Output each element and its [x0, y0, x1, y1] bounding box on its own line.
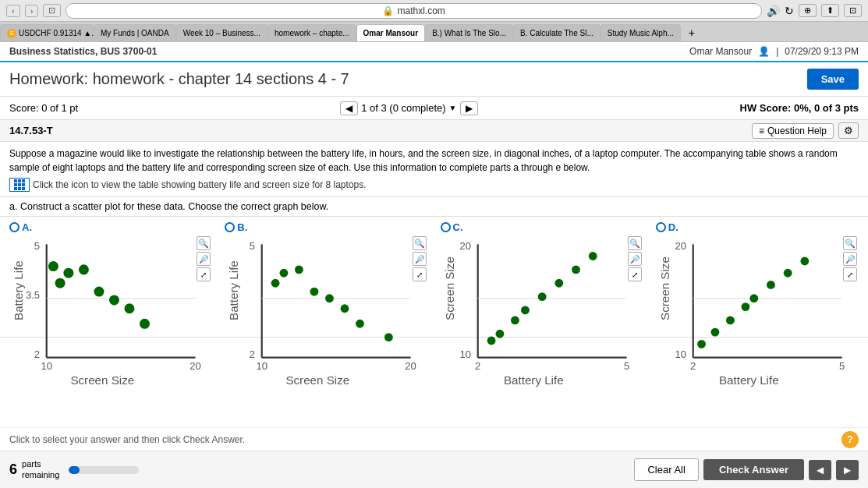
- radio-b[interactable]: B.: [225, 221, 247, 233]
- tab-week10-label: Week 10 – Business...: [183, 29, 260, 37]
- radio-circle-a: [9, 222, 19, 232]
- refresh-button[interactable]: ↻: [785, 5, 794, 17]
- audio-button[interactable]: 🔊: [767, 5, 780, 17]
- tab-week10[interactable]: Week 10 – Business...: [176, 24, 267, 41]
- tab-bar: S USDCHF 0.91314 ▲... My Funds | OANDA W…: [0, 22, 868, 42]
- hw-title: Homework: homework - chapter 14 sections…: [9, 70, 349, 88]
- tab-calculate-b[interactable]: B. Calculate The Sl...: [513, 24, 601, 41]
- svg-point-67: [697, 340, 706, 348]
- zoom-out-b[interactable]: 🔎: [413, 252, 427, 266]
- forward-button[interactable]: ›: [25, 5, 39, 17]
- course-name: Business Statistics, BUS 3700-01: [9, 46, 157, 57]
- radio-a[interactable]: A.: [9, 221, 32, 233]
- expand-b[interactable]: ⤢: [413, 267, 427, 281]
- svg-point-47: [521, 306, 530, 315]
- svg-text:10: 10: [459, 348, 470, 360]
- share-button[interactable]: ⬆: [821, 4, 839, 17]
- svg-point-15: [126, 304, 134, 313]
- next-question-button[interactable]: ▶: [460, 101, 478, 115]
- tab-usdchf[interactable]: S USDCHF 0.91314 ▲...: [0, 24, 94, 41]
- hw-header: Homework: homework - chapter 14 sections…: [0, 62, 868, 97]
- tab-slope-b[interactable]: B.) What Is The Slo...: [425, 24, 513, 41]
- new-tab-button[interactable]: ⊡: [844, 4, 862, 17]
- graph-d-wrapper: Screen Size Battery Life 10 20 2 5 🔍: [656, 235, 859, 389]
- score-nav: ◀ 1 of 3 (0 complete) ▼ ▶: [340, 101, 477, 115]
- graph-c-header: C.: [441, 221, 643, 233]
- zoom-out-d[interactable]: 🔎: [843, 252, 857, 266]
- settings-button[interactable]: ⚙: [838, 122, 859, 139]
- svg-text:Screen Size: Screen Size: [70, 373, 134, 387]
- tab-homework[interactable]: homework – chapte...: [267, 24, 356, 41]
- tab-music[interactable]: Study Music Alph...: [601, 24, 681, 41]
- graph-b-header: B.: [225, 221, 427, 233]
- svg-text:Battery Life: Battery Life: [12, 260, 25, 320]
- expand-d[interactable]: ⤢: [843, 267, 857, 281]
- zoom-out-c[interactable]: 🔎: [628, 252, 642, 266]
- question-text: Suppose a magazine would like to investi…: [9, 147, 859, 175]
- svg-point-50: [487, 337, 495, 345]
- zoom-in-b[interactable]: 🔍: [413, 236, 427, 250]
- radio-circle-b: [225, 222, 235, 232]
- click-instruction-text: Click to select your answer and then cli…: [9, 434, 245, 445]
- svg-point-16: [140, 320, 149, 328]
- svg-text:Screen Size: Screen Size: [443, 256, 456, 320]
- datetime: 07/29/20 9:13 PM: [785, 46, 859, 57]
- table-icon-button[interactable]: [9, 178, 30, 192]
- table-btn-label: Click the icon to view the table showing…: [33, 178, 367, 192]
- prev-nav-button[interactable]: ◀: [809, 460, 831, 480]
- svg-point-46: [537, 292, 546, 301]
- expand-c[interactable]: ⤢: [628, 267, 642, 281]
- extensions-button[interactable]: ⊕: [799, 4, 817, 17]
- svg-point-62: [767, 281, 775, 289]
- window-toggle-button[interactable]: ⊡: [43, 4, 61, 17]
- save-button[interactable]: Save: [807, 69, 859, 90]
- new-tab-plus-button[interactable]: +: [682, 24, 701, 41]
- expand-a[interactable]: ⤢: [197, 267, 211, 281]
- svg-point-33: [356, 320, 364, 328]
- tab-oanda[interactable]: My Funds | OANDA: [94, 24, 176, 41]
- zoom-in-d[interactable]: 🔍: [843, 236, 857, 250]
- browser-chrome: ‹ › ⊡ 🔒 mathxl.com 🔊 ↻ ⊕ ⬆ ⊡: [0, 0, 868, 22]
- svg-point-66: [710, 328, 719, 337]
- tab-omar[interactable]: Omar Mansour: [356, 24, 426, 41]
- radio-d[interactable]: D.: [656, 221, 678, 233]
- option-d-label: D.: [668, 221, 678, 233]
- question-help-button[interactable]: ≡ Question Help: [752, 123, 834, 139]
- radio-c[interactable]: C.: [441, 221, 463, 233]
- zoom-out-a[interactable]: 🔎: [197, 252, 211, 266]
- svg-text:5: 5: [839, 360, 845, 372]
- graph-d-container: D. Screen Size Battery Life 10 20 2 5: [656, 221, 859, 332]
- prev-question-button[interactable]: ◀: [340, 101, 358, 115]
- clear-all-button[interactable]: Clear All: [634, 458, 698, 481]
- svg-text:5: 5: [250, 240, 255, 252]
- help-circle[interactable]: ?: [841, 431, 859, 448]
- zoom-in-a[interactable]: 🔍: [197, 236, 211, 250]
- parts-count: 6: [9, 461, 17, 478]
- question-id: 14.7.53-T: [9, 125, 53, 136]
- list-icon: ≡: [759, 126, 764, 136]
- dropdown-icon: ▼: [449, 104, 457, 112]
- svg-point-14: [110, 295, 119, 304]
- svg-text:10: 10: [257, 360, 267, 372]
- next-nav-button[interactable]: ▶: [836, 460, 859, 480]
- graph-a-container: A. Battery Life Screen Size 2 3.5 5 10 2…: [9, 221, 212, 332]
- graph-c-zoom-controls: 🔍 🔎 ⤢: [628, 236, 642, 281]
- svg-text:5: 5: [623, 360, 629, 372]
- back-button[interactable]: ‹: [6, 5, 20, 17]
- graph-b-container: B. Battery Life Screen Size 2 5 10 20: [225, 221, 427, 332]
- svg-text:20: 20: [675, 240, 686, 252]
- svg-text:20: 20: [190, 360, 200, 372]
- score-value: 0 of 1 pt: [41, 102, 78, 114]
- url-bar[interactable]: 🔒 mathxl.com: [66, 3, 762, 19]
- zoom-in-c[interactable]: 🔍: [628, 236, 642, 250]
- svg-text:2: 2: [34, 348, 40, 360]
- svg-text:3.5: 3.5: [26, 289, 40, 301]
- graph-d-header: D.: [656, 221, 859, 233]
- question-help-area: ≡ Question Help ⚙: [752, 122, 859, 139]
- user-icon: 👤: [758, 46, 770, 57]
- svg-text:Battery Life: Battery Life: [719, 373, 779, 387]
- graph-a-header: A.: [9, 221, 212, 233]
- hw-score-value: 0%, 0 of 3 pts: [794, 102, 859, 114]
- graph-a-zoom-controls: 🔍 🔎 ⤢: [197, 236, 211, 281]
- check-answer-button[interactable]: Check Answer: [703, 459, 804, 480]
